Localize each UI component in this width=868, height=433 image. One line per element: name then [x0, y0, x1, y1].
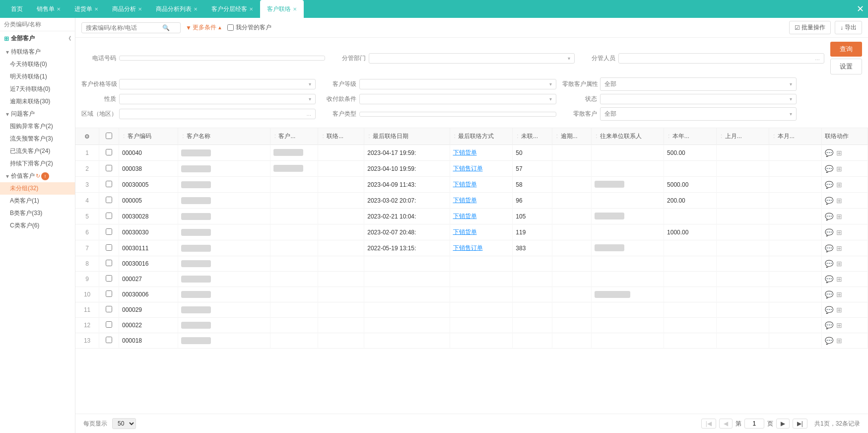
row-checkbox[interactable]	[106, 149, 112, 155]
dept-input[interactable]: ▾	[369, 53, 575, 64]
staff-input[interactable]: …	[618, 53, 824, 64]
retail-attr-input[interactable]: 全部 ▾	[600, 77, 797, 91]
action-message-icon[interactable]: 💬	[825, 181, 833, 189]
action-more-icon[interactable]: ⊞	[836, 181, 842, 189]
action-message-icon[interactable]: 💬	[825, 228, 833, 236]
cust-level-input[interactable]: ▾	[359, 79, 556, 89]
tab-sales-close[interactable]: ✕	[57, 6, 61, 12]
sidebar-item-churned[interactable]: 已流失客户(24)	[0, 145, 75, 157]
action-message-icon[interactable]: 💬	[825, 165, 833, 173]
cust-type-input[interactable]	[359, 112, 556, 117]
action-more-icon[interactable]: ⊞	[836, 197, 842, 205]
action-more-icon[interactable]: ⊞	[836, 275, 842, 283]
action-message-icon[interactable]: 💬	[825, 197, 833, 205]
filter-search-input[interactable]	[86, 24, 160, 31]
sidebar-item-tomorrow[interactable]: 明天待联络(1)	[0, 71, 75, 83]
tab-customer-segment-close[interactable]: ✕	[249, 6, 253, 12]
check-all-input[interactable]	[106, 133, 112, 139]
tab-purchase-close[interactable]: ✕	[94, 6, 98, 12]
page-prev-button[interactable]: ◀	[719, 419, 733, 429]
my-customers-check[interactable]	[227, 24, 234, 31]
sidebar-item-class-c[interactable]: C类客户(6)	[0, 219, 75, 232]
row-last-method-link[interactable]: 下销货单	[453, 197, 477, 204]
row-checkbox[interactable]	[106, 244, 112, 251]
page-last-button[interactable]: ▶|	[793, 419, 807, 429]
sidebar-item-today[interactable]: 今天待联络(0)	[0, 58, 75, 71]
query-button[interactable]: 查询	[830, 42, 862, 57]
export-button[interactable]: ↓ 导出	[835, 21, 862, 34]
action-message-icon[interactable]: 💬	[825, 213, 833, 220]
action-message-icon[interactable]: 💬	[825, 244, 833, 252]
all-customers-header[interactable]: ⊞ 全部客户 《	[0, 31, 75, 46]
action-more-icon[interactable]: ⊞	[836, 244, 842, 252]
sidebar-item-class-b[interactable]: B类客户(33)	[0, 207, 75, 219]
action-more-icon[interactable]: ⊞	[836, 213, 842, 220]
my-customers-checkbox[interactable]: 我分管的客户	[227, 23, 271, 32]
row-last-method-link[interactable]: 下销售订单	[453, 244, 483, 251]
pending-contact-group[interactable]: ▾ 待联络客户	[0, 46, 75, 58]
action-message-icon[interactable]: 💬	[825, 260, 833, 268]
row-checkbox[interactable]	[106, 337, 112, 343]
row-last-method-link[interactable]: 下销货单	[453, 228, 477, 235]
more-conditions-btn[interactable]: ▼ 更多条件 ▲	[186, 23, 222, 32]
row-checkbox[interactable]	[106, 181, 112, 187]
tab-product-analysis[interactable]: 商品分析 ✕	[105, 0, 149, 18]
action-more-icon[interactable]: ⊞	[836, 149, 842, 157]
action-message-icon[interactable]: 💬	[825, 337, 833, 345]
row-checkbox[interactable]	[106, 321, 112, 328]
action-more-icon[interactable]: ⊞	[836, 321, 842, 329]
row-last-method-link[interactable]: 下销售订单	[453, 165, 483, 172]
action-message-icon[interactable]: 💬	[825, 149, 833, 157]
sidebar-item-class-a[interactable]: A类客户(1)	[0, 195, 75, 207]
nature-input[interactable]: ▾	[119, 94, 316, 104]
tab-product-analysis-close[interactable]: ✕	[138, 6, 142, 12]
page-first-button[interactable]: |◀	[701, 419, 716, 429]
reset-button[interactable]: 设置	[830, 59, 862, 74]
row-checkbox[interactable]	[106, 275, 112, 282]
row-last-method-link[interactable]: 下销货单	[453, 181, 477, 188]
row-last-method-link[interactable]: 下销货单	[453, 149, 477, 156]
action-more-icon[interactable]: ⊞	[836, 228, 842, 236]
region-input[interactable]: …	[119, 109, 316, 119]
row-checkbox[interactable]	[106, 290, 112, 297]
value-customers-group[interactable]: ▾ 价值客户 ↻ !	[0, 170, 75, 182]
page-size-select[interactable]: 50	[112, 418, 136, 429]
problem-customers-group[interactable]: ▾ 问题客户	[0, 108, 75, 120]
action-message-icon[interactable]: 💬	[825, 306, 833, 314]
page-input[interactable]	[744, 419, 764, 429]
tab-home[interactable]: 首页	[4, 0, 30, 18]
tab-product-analysis-list[interactable]: 商品分析列表 ✕	[149, 0, 204, 18]
sidebar-item-hoard-abnormal[interactable]: 囤购异常客户(2)	[0, 120, 75, 133]
status-input[interactable]: ▾	[600, 94, 797, 104]
row-checkbox[interactable]	[106, 306, 112, 312]
value-refresh-icon[interactable]: ↻	[36, 173, 40, 179]
sidebar-item-overdue[interactable]: 逾期未联络(30)	[0, 95, 75, 108]
batch-ops-button[interactable]: ☑ 批量操作	[789, 21, 831, 34]
tab-purchase[interactable]: 进货单 ✕	[67, 0, 105, 18]
action-more-icon[interactable]: ⊞	[836, 165, 842, 173]
row-checkbox[interactable]	[106, 213, 112, 219]
sidebar-item-ungrouped[interactable]: 未分组(32)	[0, 182, 75, 195]
sidebar-item-7days[interactable]: 近7天待联络(0)	[0, 83, 75, 95]
page-next-button[interactable]: ▶	[776, 419, 790, 429]
row-checkbox[interactable]	[106, 197, 112, 203]
row-checkbox[interactable]	[106, 260, 112, 266]
tab-customer-contact-close[interactable]: ✕	[293, 6, 297, 12]
retail-cust-input[interactable]: 全部 ▾	[600, 107, 797, 121]
tab-customer-segment[interactable]: 客户分层经客 ✕	[204, 0, 260, 18]
action-more-icon[interactable]: ⊞	[836, 290, 842, 298]
tab-customer-contact[interactable]: 客户联络 ✕	[260, 0, 304, 18]
settings-icon[interactable]: ⚙	[84, 133, 90, 140]
action-message-icon[interactable]: 💬	[825, 290, 833, 298]
action-more-icon[interactable]: ⊞	[836, 260, 842, 268]
action-more-icon[interactable]: ⊞	[836, 337, 842, 345]
filter-search-icon[interactable]: 🔍	[162, 24, 170, 31]
action-message-icon[interactable]: 💬	[825, 321, 833, 329]
row-checkbox[interactable]	[106, 228, 112, 235]
action-message-icon[interactable]: 💬	[825, 275, 833, 283]
action-more-icon[interactable]: ⊞	[836, 306, 842, 314]
tab-sales[interactable]: 销售单 ✕	[30, 0, 67, 18]
price-level-input[interactable]: ▾	[119, 79, 316, 89]
close-all-button[interactable]: ✕	[857, 3, 864, 14]
row-checkbox[interactable]	[106, 165, 112, 171]
